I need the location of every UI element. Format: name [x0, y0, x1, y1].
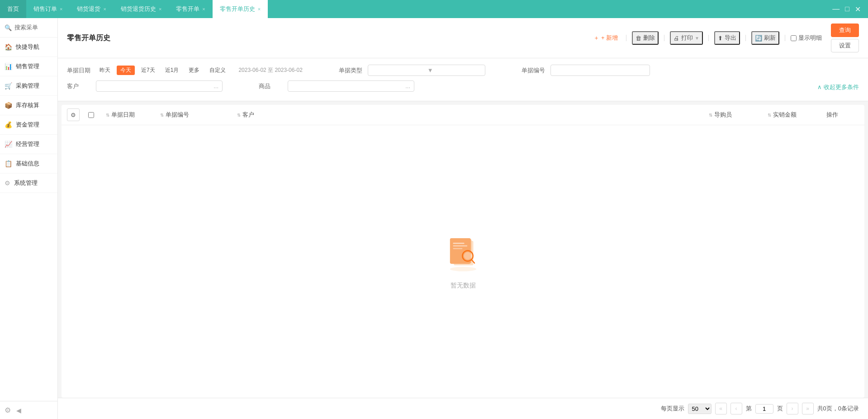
sort-icon-amount[interactable]: ⇅ — [768, 113, 771, 118]
filter-product-item: 商品 ... — [259, 80, 414, 92]
collapse-filters-btn[interactable]: ∧ 收起更多条件 — [817, 83, 859, 91]
query-button[interactable]: 查询 — [831, 24, 859, 37]
sidebar-item-basic-info[interactable]: 📋 基础信息 — [0, 154, 57, 174]
sort-icon-num[interactable]: ⇅ — [160, 113, 164, 118]
col-amount-label: 实销金额 — [773, 111, 797, 119]
svg-rect-5 — [453, 245, 467, 246]
show-detail-input[interactable] — [791, 35, 797, 41]
sort-icon-guide[interactable]: ⇅ — [709, 113, 712, 118]
date-option-month[interactable]: 近1月 — [161, 66, 183, 75]
print-icon: 🖨 — [674, 35, 679, 42]
tab-sales-order[interactable]: 销售订单 × — [26, 0, 70, 18]
col-header-amount: ⇅ 实销金额 — [764, 111, 818, 119]
export-label: 导出 — [725, 34, 736, 42]
window-maximize-btn[interactable]: □ — [845, 5, 849, 13]
settings-button[interactable]: 设置 — [831, 39, 859, 52]
tab-sales-return-history-close[interactable]: × — [159, 6, 161, 12]
collapse-label: 收起更多条件 — [824, 83, 859, 91]
inventory-icon: 📦 — [5, 102, 12, 109]
sidebar-item-sales-mgmt[interactable]: 📊 销售管理 — [0, 57, 57, 76]
sidebar-search[interactable]: 🔍 搜索采单 — [0, 18, 57, 38]
tab-sales-return-label: 销货退货 — [77, 5, 100, 13]
sidebar-item-quick-nav[interactable]: 🏠 快捷导航 — [0, 38, 57, 57]
sidebar-item-operation[interactable]: 📈 经营管理 — [0, 135, 57, 154]
page-label: 第 — [746, 405, 752, 413]
select-all-checkbox[interactable] — [88, 112, 94, 118]
sidebar-item-sys-mgmt[interactable]: ⚙ 系统管理 — [0, 174, 57, 193]
filter-date-range: 2023-06-02 至 2023-06-02 — [238, 66, 302, 74]
sidebar-collapse-btn[interactable]: ◀ — [16, 407, 21, 414]
collapse-up-icon: ∧ — [817, 84, 822, 90]
sidebar-settings-btn[interactable]: ⚙ — [5, 406, 11, 414]
date-option-yesterday[interactable]: 昨天 — [96, 66, 114, 75]
col-guide-label: 导购员 — [714, 111, 732, 119]
delete-button[interactable]: 🗑 删除 — [632, 31, 659, 45]
tab-retail-open[interactable]: 零售开单 × — [169, 0, 212, 18]
filter-doctype-select[interactable]: ▼ — [368, 65, 485, 76]
tab-sales-order-close[interactable]: × — [60, 6, 62, 12]
sidebar-item-operation-label: 经营管理 — [16, 140, 39, 148]
tab-retail-open-history-close[interactable]: × — [258, 6, 261, 12]
tab-bar: 首页 销售订单 × 销货退货 × 销货退货历史 × 零售开单 × 零售开单历史 … — [0, 0, 825, 18]
filter-doctype-label: 单据类型 — [339, 66, 364, 75]
tab-sales-return[interactable]: 销货退货 × — [70, 0, 113, 18]
refresh-button[interactable]: 🔄 刷新 — [751, 31, 779, 45]
sidebar-search-label: 搜索采单 — [14, 24, 38, 32]
action-divider-5 — [785, 35, 785, 41]
add-button[interactable]: ＋ + 新增 — [591, 32, 621, 44]
date-option-custom[interactable]: 自定义 — [206, 66, 229, 75]
tab-home[interactable]: 首页 — [0, 0, 26, 18]
col-header-num: ⇅ 单据编号 — [157, 111, 229, 119]
date-option-today[interactable]: 今天 — [117, 66, 135, 75]
filter-date-label: 单据日期 — [67, 66, 92, 75]
sidebar-item-finance[interactable]: 💰 资金管理 — [0, 115, 57, 135]
filter-area: 单据日期 昨天 今天 近7天 近1月 更多 自定义 2023-06-02 至 2… — [58, 58, 868, 101]
date-option-week[interactable]: 近7天 — [138, 66, 159, 75]
sidebar-item-purchase-mgmt-label: 采购管理 — [16, 82, 39, 90]
col-op-label: 操作 — [826, 111, 838, 119]
page-size-select[interactable]: 50 10 20 100 — [688, 404, 711, 414]
page-next-btn[interactable]: › — [787, 403, 798, 414]
tab-sales-return-close[interactable]: × — [103, 6, 106, 12]
col-num-label: 单据编号 — [166, 111, 189, 119]
total-info: 共0页，0条记录 — [817, 405, 859, 413]
table-settings-btn[interactable]: ⚙ — [67, 108, 80, 121]
tab-sales-return-history[interactable]: 销货退货历史 × — [114, 0, 169, 18]
tab-retail-open-close[interactable]: × — [202, 6, 205, 12]
filter-date-item: 单据日期 昨天 今天 近7天 近1月 更多 自定义 — [67, 66, 229, 75]
table-toolbar: ⚙ ⇅ 单据日期 ⇅ 单据编号 ⇅ 客户 — [62, 105, 864, 125]
sort-icon-customer[interactable]: ⇅ — [237, 113, 241, 118]
date-option-more[interactable]: 更多 — [185, 66, 203, 75]
filter-docnum-input[interactable] — [550, 65, 650, 76]
filter-customer-input[interactable]: ... — [96, 80, 223, 92]
filter-docnum-item: 单据编号 — [522, 65, 650, 76]
page-prev-btn[interactable]: ‹ — [730, 403, 742, 414]
page-first-btn[interactable]: « — [715, 403, 727, 414]
tab-retail-open-history[interactable]: 零售开单历史 × — [213, 0, 268, 18]
sidebar-item-inventory[interactable]: 📦 库存核算 — [0, 96, 57, 115]
print-button[interactable]: 🖨 打印 ▼ — [670, 31, 703, 45]
sidebar-item-purchase-mgmt[interactable]: 🛒 采购管理 — [0, 76, 57, 96]
col-header-op: 操作 — [823, 111, 859, 119]
page-last-btn[interactable]: » — [802, 403, 814, 414]
sort-icon-date[interactable]: ⇅ — [106, 113, 109, 118]
svg-point-8 — [464, 252, 471, 259]
show-detail-checkbox[interactable]: 显示明细 — [791, 34, 822, 42]
page-input[interactable] — [755, 404, 773, 414]
sidebar-item-inventory-label: 库存核算 — [16, 101, 39, 109]
window-minimize-btn[interactable]: — — [832, 5, 840, 13]
page-size-label: 每页显示 — [661, 405, 684, 413]
empty-state: 暂无数据 — [441, 234, 486, 290]
table-wrapper: ⚙ ⇅ 单据日期 ⇅ 单据编号 ⇅ 客户 — [62, 105, 864, 398]
col-header-guide: ⇅ 导购员 — [705, 111, 759, 119]
filter-product-input[interactable]: ... — [288, 80, 414, 92]
tab-retail-open-label: 零售开单 — [176, 5, 199, 13]
window-close-btn[interactable]: ✕ — [855, 5, 861, 14]
export-button[interactable]: ⬆ 导出 — [714, 31, 740, 45]
basic-info-icon: 📋 — [5, 160, 12, 167]
filter-date-options: 昨天 今天 近7天 近1月 更多 自定义 — [96, 66, 229, 75]
filter-doctype-item: 单据类型 ▼ — [339, 65, 485, 76]
page-title: 零售开单历史 — [67, 33, 110, 43]
home-icon: 🏠 — [5, 43, 12, 51]
sys-mgmt-icon: ⚙ — [5, 179, 10, 187]
